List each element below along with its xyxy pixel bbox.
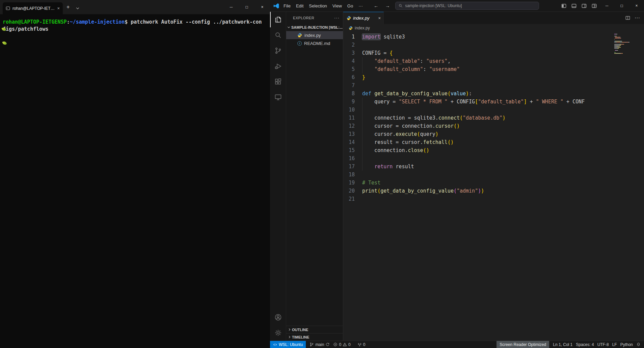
branch-indicator[interactable]: main (308, 342, 331, 347)
explorer-actions-button[interactable]: ··· (334, 15, 340, 20)
menu-file[interactable]: File (281, 2, 293, 9)
activitybar-run-debug[interactable] (270, 58, 286, 74)
branch-name: main (315, 342, 324, 347)
outline-section[interactable]: OUTLINE (286, 326, 343, 333)
code-line[interactable]: 19# Test (343, 179, 644, 187)
minimap-line (614, 53, 641, 54)
activitybar-accounts[interactable] (270, 309, 286, 325)
activitybar-explorer[interactable] (270, 12, 286, 27)
toggle-secondary-sidebar-icon[interactable] (582, 3, 587, 8)
timeline-section[interactable]: TIMELINE (286, 333, 343, 341)
minimap[interactable] (614, 34, 641, 55)
file-item-index-py[interactable]: index.py (286, 31, 343, 39)
code-line[interactable]: 3CONFIG = { (343, 49, 644, 57)
code-line[interactable]: 5 "default_column": "username" (343, 65, 644, 73)
minimap-line (614, 51, 641, 52)
explorer-section-root[interactable]: SAMPLE-INJECTION [WSL:... (286, 24, 343, 31)
code-line[interactable]: 1import sqlite3 (343, 33, 644, 41)
breadcrumb[interactable]: index.py (343, 24, 644, 32)
terminal-close-button[interactable]: × (254, 0, 270, 14)
code-line[interactable]: 18 (343, 171, 644, 179)
command-center-search[interactable]: sample-injection [WSL: Ubuntu] (395, 2, 539, 10)
line-number: 17 (343, 163, 362, 171)
minimap-line (614, 40, 641, 41)
activitybar-settings[interactable] (270, 325, 286, 341)
code-line[interactable]: 7 (343, 81, 644, 90)
new-tab-button[interactable]: + (63, 4, 73, 10)
file-item-readme-md[interactable]: i README.md (286, 39, 343, 47)
cursor-position[interactable]: Ln 1, Col 1 (551, 342, 574, 347)
toggle-sidebar-icon[interactable] (561, 3, 566, 8)
code-line[interactable]: 17 return result (343, 163, 644, 171)
python-file-icon (297, 33, 302, 38)
code-line[interactable]: 16 (343, 154, 644, 163)
close-tab-icon[interactable]: × (57, 6, 60, 11)
code-text: # Test (362, 179, 380, 187)
terminal-maximize-button[interactable]: □ (239, 0, 254, 14)
language-indicator[interactable]: Python (619, 342, 635, 347)
line-number: 8 (343, 90, 362, 98)
explorer-section-label: SAMPLE-INJECTION [WSL:... (291, 25, 343, 29)
minimap-line (614, 45, 641, 46)
code-editor[interactable]: 1import sqlite323CONFIG = {4 "default_ta… (343, 32, 644, 341)
code-line[interactable]: 11 connection = sqlite3.connect("databas… (343, 114, 644, 122)
screen-reader-indicator[interactable]: Screen Reader Optimized (497, 341, 549, 348)
menu-edit[interactable]: Edit (293, 2, 306, 9)
indentation-indicator[interactable]: Spaces: 4 (574, 342, 595, 347)
nav-back-button[interactable]: ← (374, 3, 378, 8)
code-line[interactable]: 12 cursor = connection.cursor() (343, 122, 644, 130)
tab-index-py[interactable]: index.py × (343, 12, 384, 24)
timeline-label: TIMELINE (292, 335, 309, 339)
menu-selection[interactable]: Selection (306, 2, 329, 9)
explorer-empty-space (286, 47, 343, 326)
menu-overflow[interactable]: ··· (356, 2, 366, 9)
tab-dropdown-button[interactable] (73, 4, 82, 10)
split-editor-icon[interactable] (625, 16, 630, 20)
terminal-command: patchwork AutoFix --config ../patchwork-… (128, 19, 262, 25)
line-number: 3 (343, 49, 362, 57)
search-icon (399, 4, 403, 8)
nav-forward-button[interactable]: → (385, 3, 390, 8)
activitybar-search[interactable] (270, 27, 286, 43)
run-debug-icon (274, 62, 282, 70)
terminal-output[interactable]: rohan@LAPTOP-IETGENSP:~/sample-injection… (0, 14, 270, 51)
search-text: sample-injection [WSL: Ubuntu] (405, 3, 462, 8)
code-line[interactable]: 20print(get_data_by_config_value("admin"… (343, 187, 644, 195)
vscode-minimize-button[interactable]: ─ (599, 0, 614, 12)
code-line[interactable]: 8def get_data_by_config_value(value): (343, 90, 644, 98)
line-number: 2 (343, 41, 362, 49)
activitybar-source-control[interactable] (270, 43, 286, 58)
activitybar-extensions[interactable] (270, 74, 286, 90)
editor-overflow-button[interactable]: ··· (635, 15, 640, 21)
menu-go[interactable]: Go (345, 2, 356, 9)
code-line[interactable]: 21 (343, 195, 644, 203)
vscode-close-button[interactable]: × (629, 0, 644, 12)
vscode-maximize-button[interactable]: □ (614, 0, 629, 12)
code-line[interactable]: 4 "default_table": "users", (343, 57, 644, 65)
code-line[interactable]: 6} (343, 73, 644, 81)
explorer-header: EXPLORER ··· (286, 12, 343, 24)
remote-indicator[interactable]: WSL: Ubuntu (270, 341, 306, 348)
eol-indicator[interactable]: LF (611, 342, 619, 347)
prompt-user-host: rohan@LAPTOP-IETGENSP (3, 19, 67, 25)
toggle-panel-icon[interactable] (571, 3, 576, 8)
problems-indicator[interactable]: 0 0 (331, 342, 352, 347)
code-line[interactable]: 10 (343, 106, 644, 114)
minimap-line (614, 48, 641, 49)
code-line[interactable]: 14 result = cursor.fetchall() (343, 138, 644, 146)
code-text: query = "SELECT * FROM " + CONFIG["defau… (362, 98, 585, 106)
ports-indicator[interactable]: 0 (356, 342, 367, 347)
encoding-indicator[interactable]: UTF-8 (596, 342, 611, 347)
menu-view[interactable]: View (330, 2, 345, 9)
terminal-minimize-button[interactable]: ─ (223, 0, 239, 14)
code-line[interactable]: 9 query = "SELECT * FROM " + CONFIG["def… (343, 98, 644, 106)
activitybar-remote-explorer[interactable] (270, 90, 286, 105)
code-line[interactable]: 2 (343, 41, 644, 49)
code-line[interactable]: 15 connection.close() (343, 146, 644, 154)
notifications-bell-icon[interactable] (635, 342, 644, 347)
customize-layout-icon[interactable] (592, 3, 597, 8)
chevron-right-icon (288, 328, 290, 331)
terminal-tab[interactable]: rohan@LAPTOP-IETGENSP: ~/ × (3, 2, 63, 14)
close-icon[interactable]: × (378, 16, 381, 21)
code-line[interactable]: 13 cursor.execute(query) (343, 130, 644, 138)
